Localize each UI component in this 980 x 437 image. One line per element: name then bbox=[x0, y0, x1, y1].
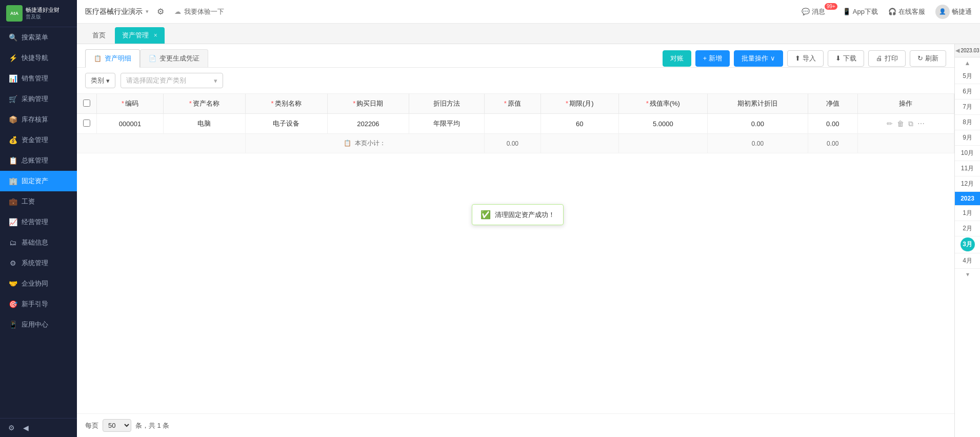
row-purchase-date: 202206 bbox=[327, 114, 409, 134]
basic-icon: 🗂 bbox=[8, 239, 17, 247]
refresh-button[interactable]: ↻ 刷新 bbox=[910, 50, 946, 67]
cal-month-4[interactable]: 4月 bbox=[955, 253, 980, 269]
delete-icon[interactable]: 🗑 bbox=[897, 120, 904, 128]
col-header-period: *期限(月) bbox=[541, 94, 618, 114]
sidebar-item-sales[interactable]: 📊 销售管理 bbox=[0, 68, 77, 89]
cal-down-arrow[interactable]: ▾ bbox=[955, 269, 980, 280]
online-service-btn[interactable]: 🎧 在线客服 bbox=[888, 7, 925, 16]
batch-ops-button[interactable]: 批量操作 ∨ bbox=[734, 50, 783, 67]
toast-message: 清理固定资产成功！ bbox=[495, 210, 555, 220]
sidebar-item-quicknav[interactable]: ⚡ 快捷导航 bbox=[0, 48, 77, 68]
cal-toggle-icon[interactable]: ◀ bbox=[955, 47, 959, 54]
cal-month-7[interactable]: 7月 bbox=[955, 100, 980, 115]
tabs-bar: 首页 资产管理 × bbox=[77, 24, 980, 44]
sidebar-item-search[interactable]: 🔍 搜索菜单 bbox=[0, 27, 77, 48]
download-button[interactable]: ⬇ 下载 bbox=[828, 50, 864, 67]
cal-up-arrow[interactable]: ▲ bbox=[955, 57, 980, 69]
import-button[interactable]: ⬆ 导入 bbox=[787, 50, 824, 67]
sidebar-item-enterprise[interactable]: 🤝 企业协同 bbox=[0, 273, 77, 294]
inventory-icon: 📦 bbox=[8, 115, 17, 124]
new-button[interactable]: + 新增 bbox=[695, 50, 730, 67]
per-page-label: 每页 bbox=[85, 421, 98, 430]
message-btn[interactable]: 💬 消息 99+ bbox=[802, 7, 832, 16]
cal-month-11[interactable]: 11月 bbox=[955, 161, 980, 176]
app-download-btn[interactable]: 📱 App下载 bbox=[843, 7, 878, 16]
company-selector[interactable]: 医疗器械行业演示 ▾ bbox=[85, 7, 149, 16]
sidebar-item-label: 库存核算 bbox=[22, 115, 48, 124]
cal-month-10[interactable]: 10月 bbox=[955, 146, 980, 161]
table-row: 000001 电脑 电子设备 202206 年限平均 60 5.0000 0.0… bbox=[77, 114, 954, 134]
select-all-checkbox[interactable] bbox=[83, 100, 90, 107]
more-icon[interactable]: ⋯ bbox=[917, 120, 925, 128]
sidebar-item-label: 资金管理 bbox=[22, 135, 48, 145]
settings-icon[interactable]: ⚙ bbox=[8, 424, 15, 432]
import-label: 导入 bbox=[803, 54, 816, 63]
toast-notification: ✅ 清理固定资产成功！ bbox=[472, 204, 564, 225]
user-menu[interactable]: 👤 畅捷通 bbox=[935, 5, 972, 19]
edit-icon[interactable]: ✏ bbox=[887, 120, 893, 128]
collapse-icon[interactable]: ◀ bbox=[23, 424, 29, 432]
sidebar-item-label: 快捷导航 bbox=[22, 53, 48, 63]
asset-table-container: *编码 *资产名称 *类别名称 *购买日期 折旧方法 *原值 *期限(月) *残… bbox=[77, 94, 954, 413]
tab-home[interactable]: 首页 bbox=[85, 27, 113, 44]
row-checkbox[interactable] bbox=[83, 120, 90, 127]
cal-month-8[interactable]: 8月 bbox=[955, 115, 980, 130]
company-name: 医疗器械行业演示 bbox=[85, 7, 143, 16]
category-label: 类别 bbox=[91, 76, 104, 85]
filter-bar: 类别 ▾ 请选择固定资产类别 ▾ bbox=[77, 68, 954, 94]
calendar-year-month: 2023.03 bbox=[961, 48, 979, 53]
sub-tab-change-voucher-label: 变更生成凭证 bbox=[159, 54, 199, 63]
category-select[interactable]: 类别 ▾ bbox=[85, 73, 115, 88]
sub-tab-change-voucher[interactable]: 📄 变更生成凭证 bbox=[140, 49, 208, 67]
right-sidebar-calendar: ◀ 2023.03 ▲ 5月 6月 7月 8月 9月 10月 11月 12月 2… bbox=[954, 44, 980, 437]
main-content: 医疗器械行业演示 ▾ ⚙ ☁ 我要体验一下 💬 消息 99+ 📱 App下载 🎧… bbox=[77, 0, 980, 437]
col-header-name: *资产名称 bbox=[163, 94, 245, 114]
category-dropdown[interactable]: 请选择固定资产类别 ▾ bbox=[121, 73, 223, 88]
copy-icon[interactable]: ⧉ bbox=[908, 120, 913, 128]
sidebar-item-system[interactable]: ⚙ 系统管理 bbox=[0, 253, 77, 273]
sidebar-item-fixedasset[interactable]: 🏢 固定资产 bbox=[0, 171, 77, 191]
sidebar-item-label: 采购管理 bbox=[22, 94, 48, 104]
sidebar-item-general[interactable]: 📋 总账管理 bbox=[0, 150, 77, 171]
cal-month-3-wrap: 3月 bbox=[955, 236, 980, 253]
category-placeholder: 请选择固定资产类别 bbox=[126, 76, 186, 85]
sidebar-item-label: 新手引导 bbox=[22, 300, 48, 309]
subtotal-label: 本页小计： bbox=[355, 140, 386, 147]
experience-btn[interactable]: ☁ 我要体验一下 bbox=[174, 7, 224, 16]
sidebar-item-guide[interactable]: 🎯 新手引导 bbox=[0, 294, 77, 314]
logo-icon: AtA bbox=[6, 5, 23, 22]
app-download-label: App下载 bbox=[853, 7, 878, 16]
cal-month-12[interactable]: 12月 bbox=[955, 176, 980, 192]
sub-tab-asset-detail[interactable]: 📋 资产明细 bbox=[85, 49, 140, 68]
sidebar-item-basic[interactable]: 🗂 基础信息 bbox=[0, 232, 77, 253]
cal-month-2[interactable]: 2月 bbox=[955, 221, 980, 236]
page-size-select[interactable]: 50 100 200 bbox=[103, 419, 131, 432]
sidebar-item-label: 经营管理 bbox=[22, 217, 48, 227]
row-checkbox-cell bbox=[77, 114, 97, 134]
sidebar-item-label: 系统管理 bbox=[22, 259, 48, 268]
sidebar-item-apps[interactable]: 📱 应用中心 bbox=[0, 314, 77, 335]
settings-gear-icon[interactable]: ⚙ bbox=[157, 7, 164, 16]
col-header-category: *类别名称 bbox=[245, 94, 327, 114]
cal-month-9[interactable]: 9月 bbox=[955, 130, 980, 146]
sidebar-item-label: 企业协同 bbox=[22, 279, 48, 288]
sidebar-item-funds[interactable]: 💰 资金管理 bbox=[0, 130, 77, 150]
row-original-value bbox=[484, 114, 541, 134]
toolbar: 对账 + 新增 批量操作 ∨ ⬆ 导入 ⬇ 下载 bbox=[663, 50, 946, 67]
print-button[interactable]: 🖨 打印 bbox=[868, 50, 906, 67]
experience-label: 我要体验一下 bbox=[184, 7, 224, 16]
sidebar-item-inventory[interactable]: 📦 库存核算 bbox=[0, 109, 77, 130]
sidebar-item-purchase[interactable]: 🛒 采购管理 bbox=[0, 89, 77, 109]
cal-year-2023[interactable]: 2023 bbox=[955, 192, 980, 206]
tab-asset-management[interactable]: 资产管理 × bbox=[115, 27, 165, 44]
page-total: 条，共 1 条 bbox=[135, 421, 169, 430]
cal-month-6[interactable]: 6月 bbox=[955, 84, 980, 100]
cal-month-5[interactable]: 5月 bbox=[955, 69, 980, 84]
cal-month-1[interactable]: 1月 bbox=[955, 206, 980, 221]
tab-close-icon[interactable]: × bbox=[154, 32, 157, 39]
sidebar-item-payroll[interactable]: 💼 工资 bbox=[0, 191, 77, 212]
sidebar-item-operations[interactable]: 📈 经营管理 bbox=[0, 212, 77, 232]
cal-month-3[interactable]: 3月 bbox=[961, 237, 975, 252]
subtotal-icon: 📋 bbox=[344, 140, 351, 147]
reconcile-button[interactable]: 对账 bbox=[663, 50, 691, 67]
